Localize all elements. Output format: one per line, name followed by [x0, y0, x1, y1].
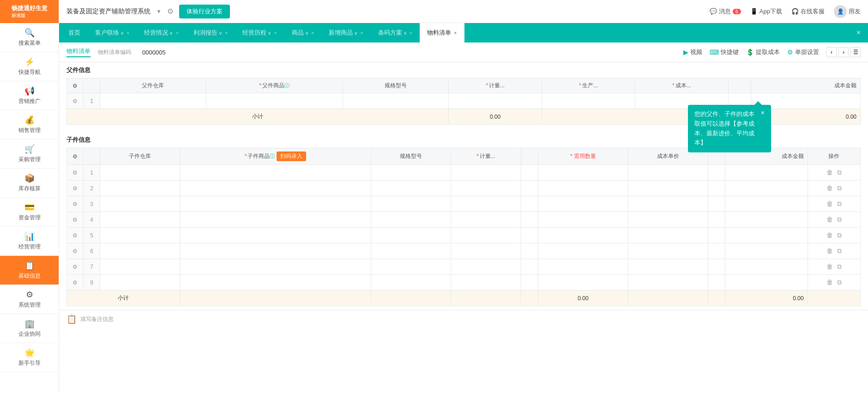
child-row-qty[interactable] — [538, 243, 628, 259]
copy-btn[interactable]: ⧉ — [837, 278, 842, 286]
nav-tab-close-bom[interactable]: × — [454, 30, 457, 36]
child-row-qty[interactable] — [538, 259, 628, 275]
view-btn[interactable]: ▶ 视频 — [683, 48, 702, 56]
experience-btn[interactable]: 体验行业方案 — [179, 5, 230, 18]
child-row-warehouse[interactable] — [100, 165, 180, 181]
sidebar-item-quicknav[interactable]: ⚡快捷导航 — [0, 52, 59, 81]
child-row-qty[interactable] — [538, 196, 628, 212]
child-row-warehouse[interactable] — [100, 259, 180, 275]
copy-btn[interactable]: ⧉ — [837, 169, 842, 176]
nav-tab-goods[interactable]: 商品∨× — [284, 23, 321, 42]
delete-btn[interactable]: 🗑 — [826, 231, 833, 239]
online-service-item[interactable]: 🎧 在线客服 — [791, 7, 825, 16]
parent-row-unit[interactable] — [449, 93, 542, 109]
child-row-spec[interactable] — [371, 228, 451, 243]
child-row-spec[interactable] — [371, 165, 451, 181]
copy-btn[interactable]: ⧉ — [837, 231, 842, 239]
child-row-unit[interactable] — [451, 181, 521, 196]
nav-tab-profit[interactable]: 利润报告∨× — [186, 23, 235, 42]
delete-btn[interactable]: 🗑 — [826, 216, 833, 223]
copy-btn[interactable]: ⧉ — [837, 216, 842, 223]
child-row-goods[interactable] — [180, 228, 371, 243]
nav-tab-close-customer[interactable]: × — [127, 30, 129, 36]
child-row-goods[interactable] — [180, 243, 371, 259]
sidebar-item-sales[interactable]: 💰销售管理 — [0, 110, 59, 139]
child-row-unit-cost[interactable] — [628, 259, 708, 275]
child-row-unit[interactable] — [451, 259, 521, 275]
child-row-spec[interactable] — [371, 275, 451, 290]
child-row-warehouse[interactable] — [100, 243, 180, 259]
child-row-qty[interactable] — [538, 165, 628, 181]
child-row-goods[interactable] — [180, 275, 371, 290]
nav-tab-home[interactable]: 首页 — [61, 23, 88, 42]
copy-btn[interactable]: ⧉ — [837, 200, 842, 207]
child-row-goods[interactable] — [180, 196, 371, 212]
extract-cost-btn[interactable]: 💲 提取成本 — [746, 48, 780, 56]
sidebar-item-basic[interactable]: 📋基础信息 — [0, 256, 59, 285]
nav-tab-close-business_history[interactable]: × — [274, 30, 277, 36]
child-row-goods[interactable] — [180, 181, 371, 196]
nav-tab-customer[interactable]: 客户联络∨× — [88, 23, 137, 42]
child-row-unit-cost[interactable] — [628, 228, 708, 243]
delete-btn[interactable]: 🗑 — [826, 184, 833, 192]
child-row-goods[interactable] — [180, 165, 371, 181]
single-settings-btn[interactable]: ⚙ 单据设置 — [787, 48, 819, 56]
sidebar-item-marketing[interactable]: 📢营销推广 — [0, 81, 59, 110]
child-row-spec[interactable] — [371, 243, 451, 259]
gear-icon[interactable]: ⚙ — [72, 83, 78, 89]
child-row-unit[interactable] — [451, 243, 521, 259]
child-row-unit-cost[interactable] — [628, 196, 708, 212]
topbar-arrow-icon[interactable]: ▼ — [156, 8, 162, 15]
copy-btn[interactable]: ⧉ — [837, 263, 842, 270]
child-row-spec[interactable] — [371, 196, 451, 212]
sidebar-item-system[interactable]: ⚙系统管理 — [0, 285, 59, 314]
topbar-gear-icon[interactable]: ⚙ — [167, 7, 174, 16]
child-row-unit-cost[interactable] — [628, 165, 708, 181]
nav-tab-close-add_goods[interactable]: × — [360, 30, 363, 36]
parent-row-goods[interactable] — [206, 93, 343, 109]
parent-row-warehouse[interactable] — [100, 93, 206, 109]
nav-tab-close-operation_status[interactable]: × — [175, 30, 178, 36]
child-row-unit[interactable] — [451, 228, 521, 243]
delete-btn[interactable]: 🗑 — [826, 263, 833, 270]
child-row-warehouse[interactable] — [100, 275, 180, 290]
shortcut-btn[interactable]: ⌨ 快捷键 — [710, 48, 739, 56]
delete-btn[interactable]: 🗑 — [826, 247, 833, 254]
child-row-warehouse[interactable] — [100, 181, 180, 196]
child-row-qty[interactable] — [538, 181, 628, 196]
child-row-qty[interactable] — [538, 212, 628, 228]
scan-input-btn[interactable]: 扫码录入 — [277, 151, 306, 161]
parent-row-produce[interactable] — [542, 93, 635, 109]
prev-arrow-btn[interactable]: ‹ — [826, 47, 837, 57]
tooltip-close-btn[interactable]: × — [761, 109, 765, 116]
nav-tab-business_history[interactable]: 经营历程∨× — [235, 23, 284, 42]
nav-tab-add_goods[interactable]: 新增商品∨× — [321, 23, 370, 42]
copy-btn[interactable]: ⧉ — [837, 184, 842, 192]
nav-tab-close-barcode[interactable]: × — [410, 30, 412, 36]
sidebar-item-purchase[interactable]: 🛒采购管理 — [0, 139, 59, 169]
nav-tab-operation_status[interactable]: 经营情况∨× — [137, 23, 186, 42]
sidebar-item-enterprise[interactable]: 🏢企业协同 — [0, 314, 59, 343]
copy-btn[interactable]: ⧉ — [837, 247, 842, 254]
parent-row-spec[interactable] — [343, 93, 449, 109]
nav-tab-bom[interactable]: 物料清单× — [420, 23, 464, 42]
child-row-unit[interactable] — [451, 275, 521, 290]
sidebar-item-inventory[interactable]: 📦库存核算 — [0, 169, 59, 198]
sidebar-item-finance[interactable]: 💳资金管理 — [0, 198, 59, 227]
message-item[interactable]: 💬 消息 6 — [710, 7, 741, 16]
next-arrow-btn[interactable]: › — [838, 47, 849, 57]
expand-btn[interactable]: ☰ — [850, 47, 861, 57]
child-row-unit-cost[interactable] — [628, 212, 708, 228]
child-row-spec[interactable] — [371, 259, 451, 275]
user-item[interactable]: 👤 用友 — [834, 5, 861, 18]
sidebar-item-operation[interactable]: 📊经营管理 — [0, 227, 59, 256]
sidebar-item-search[interactable]: 🔍搜索菜单 — [0, 23, 59, 52]
app-download-item[interactable]: 📱 App下载 — [750, 7, 782, 16]
child-row-warehouse[interactable] — [100, 196, 180, 212]
child-row-unit[interactable] — [451, 196, 521, 212]
child-row-goods[interactable] — [180, 259, 371, 275]
child-row-spec[interactable] — [371, 212, 451, 228]
child-row-unit[interactable] — [451, 165, 521, 181]
child-row-qty[interactable] — [538, 275, 628, 290]
child-row-qty[interactable] — [538, 228, 628, 243]
